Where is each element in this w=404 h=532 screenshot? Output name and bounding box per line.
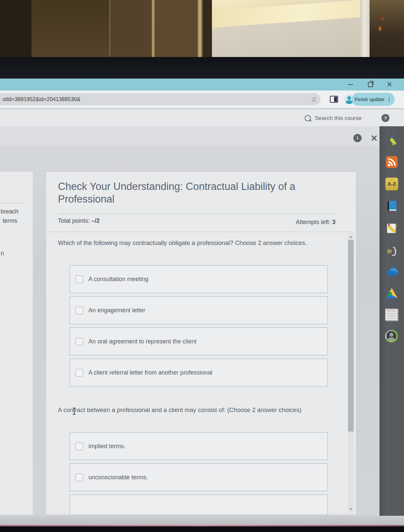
quiz-panel: Check Your Understanding: Contractual Li… xyxy=(46,172,356,514)
checkbox[interactable] xyxy=(76,307,83,314)
total-points: Total points: –/2 xyxy=(58,217,100,224)
side-panel-icon[interactable] xyxy=(330,96,338,103)
account-circle-icon[interactable] xyxy=(385,330,398,343)
room-decor-speck xyxy=(381,17,383,20)
onedrive-icon[interactable] xyxy=(385,265,398,278)
window-restore-button[interactable] xyxy=(364,80,377,89)
room-wall-shadow xyxy=(203,0,212,57)
total-points-value: –/2 xyxy=(91,217,100,224)
window-close-button[interactable]: ✕ xyxy=(383,80,396,89)
scrollbar-down-button[interactable]: ▼ xyxy=(348,506,354,512)
rss-feed-icon[interactable] xyxy=(385,155,398,169)
nav-divider xyxy=(0,203,24,203)
attempts-left: Attempts left: 3 xyxy=(296,219,335,226)
answer-option[interactable]: A consultation meeting xyxy=(70,265,328,293)
finish-update-label: Finish update xyxy=(355,96,384,102)
kebab-menu-icon[interactable]: ⋮ xyxy=(386,96,392,102)
search-label[interactable]: Search this course xyxy=(315,115,362,122)
scrollbar-thumb[interactable] xyxy=(348,240,354,432)
course-header-bar: Search this course xyxy=(0,110,404,127)
help-button[interactable]: ? xyxy=(381,114,389,122)
close-icon: ✕ xyxy=(371,133,378,144)
room-wall-edge xyxy=(198,0,203,57)
activity-header-band xyxy=(0,126,380,147)
minimize-icon xyxy=(348,84,353,85)
checkbox[interactable] xyxy=(76,275,83,283)
address-bar[interactable]: otld=3891952&id=2041388530& ☆ xyxy=(0,93,321,105)
answer-option-label: A client referral letter from another pr… xyxy=(88,369,212,376)
app-dock: A-Z xyxy=(379,126,404,527)
answer-option-label: An oral agreement to represent the clien… xyxy=(88,338,196,345)
blue-book-icon[interactable] xyxy=(385,199,398,212)
pen-highlighter-icon[interactable] xyxy=(385,134,398,147)
answer-option[interactable]: implied terms. xyxy=(70,432,328,460)
divider xyxy=(58,214,335,214)
google-drive-icon[interactable] xyxy=(385,287,398,300)
answer-option-partial[interactable] xyxy=(70,495,328,514)
activity-close-button[interactable]: ✕ xyxy=(369,133,379,143)
answer-option-label: An engagement letter xyxy=(88,307,145,314)
monitor-bezel-bottom xyxy=(0,526,404,532)
note-edit-icon[interactable] xyxy=(385,221,398,234)
room-wall-panel xyxy=(109,0,157,57)
info-button[interactable]: i xyxy=(353,134,362,142)
answer-option-label: implied terms. xyxy=(88,443,126,450)
checkbox[interactable] xyxy=(76,369,83,377)
close-icon: ✕ xyxy=(386,81,392,89)
bookmark-star-icon[interactable]: ☆ xyxy=(307,95,321,103)
attempts-left-label: Attempts left: xyxy=(296,219,330,225)
browser-titlebar xyxy=(0,79,404,90)
answer-option[interactable]: unconscionable terms. xyxy=(70,463,328,491)
az-label: A-Z xyxy=(387,181,396,187)
nav-item-fragment[interactable]: n xyxy=(1,250,4,257)
help-icon: ? xyxy=(384,115,387,121)
total-points-label: Total points: xyxy=(58,217,90,224)
checkbox[interactable] xyxy=(76,474,83,481)
attempts-left-value: 3 xyxy=(332,219,335,225)
question-1-text: Which of the following may contractually… xyxy=(58,239,326,247)
text-cursor xyxy=(74,408,75,415)
notepad-icon[interactable] xyxy=(385,309,398,322)
question-2-text: A contract between a professional and a … xyxy=(58,406,326,414)
avatar-head-icon xyxy=(347,96,351,100)
course-search[interactable]: Search this course xyxy=(305,110,362,126)
nav-item-fragment[interactable]: breach xyxy=(1,208,19,215)
restore-icon xyxy=(368,82,373,87)
quiz-meta-row: Total points: –/2 Attempts left: 3 xyxy=(58,217,335,227)
course-nav-panel: breach terms n xyxy=(0,172,33,514)
monitor-bezel-top xyxy=(0,57,404,79)
answer-option[interactable]: An oral agreement to represent the clien… xyxy=(70,327,328,355)
room-wall-right xyxy=(370,0,404,57)
divider xyxy=(46,232,356,232)
answer-option-label: A consultation meeting xyxy=(88,276,148,283)
answer-option[interactable]: An engagement letter xyxy=(70,296,328,324)
nav-item-fragment[interactable]: terms xyxy=(3,217,17,224)
monitor-bottom-edge xyxy=(0,516,404,525)
text-to-speech-icon[interactable] xyxy=(385,245,398,258)
room-background xyxy=(0,0,404,57)
room-pillar xyxy=(360,0,370,57)
info-icon: i xyxy=(357,136,358,141)
az-dictionary-icon[interactable]: A-Z xyxy=(385,177,398,191)
room-wall-panel xyxy=(155,0,198,57)
checkbox[interactable] xyxy=(76,338,83,345)
monitor-photo: ✕ otld=3891952&id=2041388530& ☆ Finish u… xyxy=(0,0,404,532)
scrollbar-up-button[interactable]: ▲ xyxy=(348,234,354,239)
room-wall-edge xyxy=(152,0,155,57)
window-minimize-button[interactable] xyxy=(344,80,357,89)
search-icon xyxy=(305,115,311,121)
checkbox[interactable] xyxy=(76,443,83,450)
quiz-title: Check Your Understanding: Contractual Li… xyxy=(58,180,333,206)
answer-option[interactable]: A client referral letter from another pr… xyxy=(70,359,328,386)
answer-option-label: unconscionable terms. xyxy=(88,474,148,481)
finish-update-button[interactable]: Finish update ⋮ xyxy=(352,93,395,106)
room-wall-panel xyxy=(31,0,109,57)
url-text[interactable]: otld=3891952&id=2041388530& xyxy=(0,96,307,102)
